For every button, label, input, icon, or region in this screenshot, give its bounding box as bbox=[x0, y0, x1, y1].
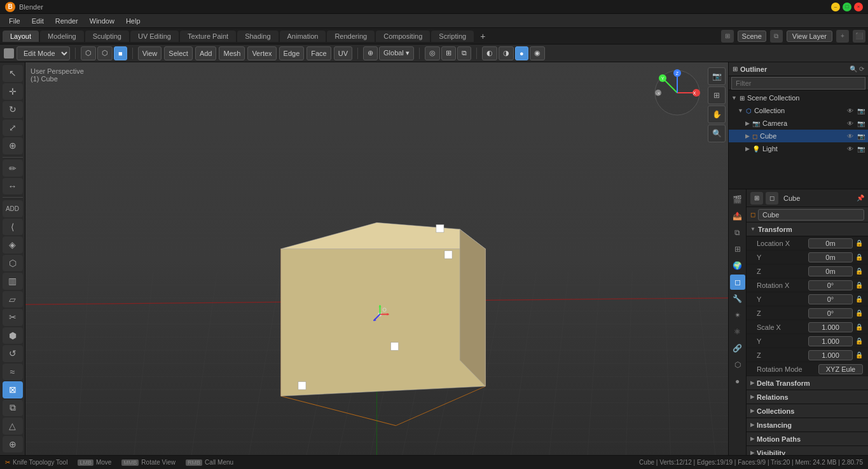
global-space-btn[interactable]: Global ▾ bbox=[379, 46, 414, 60]
scale-z-value[interactable]: 1.000 bbox=[808, 350, 853, 360]
relations-header[interactable]: ▶ Relations bbox=[747, 390, 868, 404]
menu-edit[interactable]: Edit bbox=[27, 16, 49, 26]
tool-offset-edge[interactable]: ▱ bbox=[3, 291, 23, 308]
scale-y-lock[interactable]: 🔒 bbox=[855, 337, 863, 344]
edge-menu-btn[interactable]: Edge bbox=[279, 46, 305, 60]
outliner-filter-input[interactable] bbox=[731, 77, 865, 90]
menu-window[interactable]: Window bbox=[85, 16, 120, 26]
cube-item[interactable]: ▶ ◻ Cube 👁 📷 bbox=[729, 130, 868, 142]
scene-icon-btn[interactable]: ⊞ bbox=[721, 30, 734, 43]
location-y-value[interactable]: 0m bbox=[808, 252, 853, 262]
tool-shrink[interactable]: ⧉ bbox=[3, 400, 23, 417]
viewport[interactable]: User Perspective (1) Cube X Y Z bbox=[25, 62, 728, 455]
transform-section-header[interactable]: ▼ Transform bbox=[747, 222, 868, 236]
tool-rotate[interactable]: ↻ bbox=[3, 101, 23, 118]
mesh-menu-btn[interactable]: Mesh bbox=[219, 46, 245, 60]
rotation-y-lock[interactable]: 🔒 bbox=[855, 296, 863, 302]
minimize-button[interactable]: – bbox=[831, 3, 840, 11]
tool-face-selected[interactable]: ⊠ bbox=[3, 381, 23, 398]
instancing-header[interactable]: ▶ Instancing bbox=[747, 418, 868, 432]
tool-extrude[interactable]: ⟨ bbox=[3, 219, 23, 236]
view-menu-btn[interactable]: View bbox=[138, 46, 162, 60]
cube-vis-eye[interactable]: 👁 bbox=[846, 132, 855, 140]
scale-y-value[interactable]: 1.000 bbox=[808, 336, 853, 346]
props-scene-icon[interactable]: ⊞ bbox=[730, 241, 745, 257]
tool-spin[interactable]: ↺ bbox=[3, 345, 23, 362]
render-btn[interactable]: ⬛ bbox=[853, 30, 865, 43]
tab-compositing[interactable]: Compositing bbox=[376, 31, 430, 42]
location-y-lock[interactable]: 🔒 bbox=[855, 254, 863, 261]
view-layer-selector[interactable]: View Layer bbox=[787, 31, 832, 42]
tool-knife[interactable]: ✂ bbox=[3, 309, 23, 326]
scene-collection-item[interactable]: ▼ ⊞ Scene Collection bbox=[729, 92, 868, 104]
tool-cursor[interactable]: ↖ bbox=[3, 65, 23, 82]
view-layer-icon-btn[interactable]: ⧉ bbox=[770, 30, 783, 43]
camera-vis-eye[interactable]: 👁 bbox=[846, 119, 855, 128]
rotation-y-value[interactable]: 0° bbox=[808, 294, 853, 304]
camera-persp-btn[interactable]: 📷 bbox=[708, 67, 726, 85]
props-data-icon[interactable]: ⬡ bbox=[730, 357, 745, 372]
props-object-icon[interactable]: ◻ bbox=[730, 275, 745, 290]
tool-move[interactable]: ✛ bbox=[3, 83, 23, 100]
face-menu-btn[interactable]: Face bbox=[307, 46, 331, 60]
tool-measure[interactable]: ↔ bbox=[3, 178, 23, 195]
outliner-sync-btn[interactable]: ⟳ bbox=[859, 65, 864, 72]
uv-menu-btn[interactable]: UV bbox=[334, 46, 352, 60]
scene-selector[interactable]: Scene bbox=[738, 31, 766, 42]
scale-x-value[interactable]: 1.000 bbox=[808, 322, 853, 332]
props-modifiers-icon[interactable]: 🔧 bbox=[730, 291, 745, 306]
rotation-x-value[interactable]: 0° bbox=[808, 280, 853, 290]
scale-x-lock[interactable]: 🔒 bbox=[855, 323, 863, 330]
maximize-button[interactable]: □ bbox=[843, 3, 851, 11]
add-workspace-button[interactable]: + bbox=[475, 29, 490, 43]
scale-z-lock[interactable]: 🔒 bbox=[855, 351, 863, 358]
rotation-mode-value[interactable]: XYZ Eule bbox=[818, 364, 863, 374]
tool-inset[interactable]: ◈ bbox=[3, 236, 23, 254]
props-data-name-input[interactable] bbox=[758, 209, 864, 221]
mode-selector[interactable]: Edit Mode bbox=[17, 46, 70, 60]
vertex-menu-btn[interactable]: Vertex bbox=[247, 46, 276, 60]
snap-opts-btn[interactable]: ⧉ bbox=[457, 46, 471, 60]
tool-loop-cut[interactable]: ▥ bbox=[3, 273, 23, 290]
tab-modeling[interactable]: Modeling bbox=[40, 31, 84, 42]
props-object-type-btn[interactable]: ◻ bbox=[766, 192, 778, 205]
visibility-header[interactable]: ▶ Visibility bbox=[747, 446, 868, 455]
light-vis-eye[interactable]: 👁 bbox=[846, 144, 855, 153]
window-controls[interactable]: – □ × bbox=[831, 3, 863, 11]
nav-gizmo[interactable]: X Y Z -X bbox=[652, 67, 703, 118]
viewport-shade-2[interactable]: ◑ bbox=[499, 46, 514, 60]
rotation-z-lock[interactable]: 🔒 bbox=[855, 309, 863, 316]
camera-ortho-btn[interactable]: ⊞ bbox=[708, 86, 726, 104]
menu-render[interactable]: Render bbox=[50, 16, 83, 26]
vertex-select-btn[interactable]: ⬡ bbox=[81, 46, 96, 60]
select-menu-btn[interactable]: Select bbox=[164, 46, 193, 60]
location-x-value[interactable]: 0m bbox=[808, 238, 853, 248]
snap-btn[interactable]: ⊞ bbox=[441, 46, 456, 60]
camera-item[interactable]: ▶ 📷 Camera 👁 📷 bbox=[729, 117, 868, 130]
location-z-lock[interactable]: 🔒 bbox=[855, 268, 863, 275]
tab-layout[interactable]: Layout bbox=[3, 31, 39, 42]
props-type-icon[interactable]: ⊞ bbox=[750, 192, 763, 205]
tool-annotate[interactable]: ✏ bbox=[3, 160, 23, 177]
tool-poly-build[interactable]: ⬢ bbox=[3, 327, 23, 344]
props-output-icon[interactable]: 📤 bbox=[730, 208, 745, 224]
props-render-icon[interactable]: 🎬 bbox=[730, 192, 745, 207]
collection-vis-eye[interactable]: 👁 bbox=[846, 106, 855, 115]
tool-smooth[interactable]: ≈ bbox=[3, 364, 23, 381]
props-world-icon[interactable]: 🌍 bbox=[730, 258, 745, 273]
menu-file[interactable]: File bbox=[4, 16, 25, 26]
collection-item[interactable]: ▼ ⬡ Collection 👁 📷 bbox=[729, 104, 868, 117]
props-constraints-icon[interactable]: 🔗 bbox=[730, 341, 745, 356]
outliner-filter-btn[interactable]: 🔍 bbox=[850, 65, 857, 72]
collection-vis-render[interactable]: 📷 bbox=[857, 106, 865, 115]
viewport-shade-solid[interactable]: ● bbox=[515, 46, 528, 60]
tool-add-cube[interactable]: ADD bbox=[3, 200, 23, 217]
viewport-shade-1[interactable]: ◐ bbox=[482, 46, 497, 60]
props-physics-icon[interactable]: ⚛ bbox=[730, 324, 745, 339]
location-x-lock[interactable]: 🔒 bbox=[855, 240, 863, 247]
location-z-value[interactable]: 0m bbox=[808, 266, 853, 276]
transform-icon-btn[interactable]: ⊕ bbox=[363, 46, 378, 60]
light-item[interactable]: ▶ 💡 Light 👁 📷 bbox=[729, 142, 868, 155]
face-select-btn[interactable]: ■ bbox=[114, 46, 127, 60]
props-view-layer-icon[interactable]: ⧉ bbox=[730, 225, 745, 240]
